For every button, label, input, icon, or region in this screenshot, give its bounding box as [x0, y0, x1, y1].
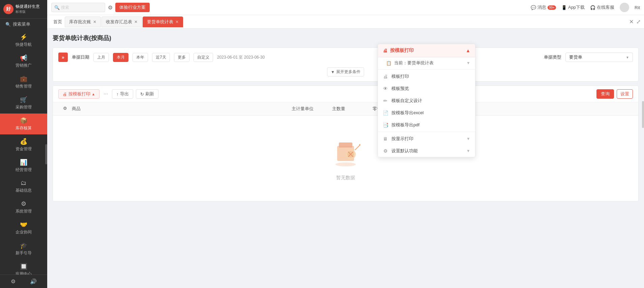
export-icon: ↑: [116, 92, 119, 97]
tabs-bar: 首页 库存批次账 ✕ 收发存汇总表 ✕ 要货单统计表 ✕ ✕ ⤢: [47, 15, 644, 29]
printer-icon: 🖨: [63, 92, 67, 97]
tab-close-inventory-batch[interactable]: ✕: [93, 20, 96, 24]
display-print-arrow: ▼: [466, 136, 470, 141]
template-export-pdf-icon: 📑: [383, 122, 388, 128]
sidebar-scrollbar[interactable]: [45, 144, 47, 164]
appstore-icon: 🔲: [20, 263, 27, 270]
sidebar-item-sales[interactable]: 💼 销售管理: [0, 72, 47, 93]
date-btn-current-month[interactable]: 本月: [113, 53, 128, 62]
search-icon: 🔍: [54, 5, 60, 10]
app-download-btn[interactable]: 📱 App下载: [561, 4, 585, 10]
date-btn-custom[interactable]: 自定义: [194, 53, 213, 62]
filter-toggle-btn[interactable]: »: [58, 53, 68, 62]
page-scrollbar[interactable]: [642, 101, 644, 128]
quick-nav-icon: ⚡: [20, 33, 27, 41]
set-default-icon: ⚙: [383, 148, 388, 154]
search-menu-btn[interactable]: 🔍 搜索菜单: [0, 19, 47, 30]
date-btn-last7days[interactable]: 近7天: [152, 53, 170, 62]
date-btn-more[interactable]: 更多: [174, 53, 189, 62]
current-template-item[interactable]: 📋 当前：要货单统计表 ▼: [378, 57, 475, 69]
set-default-item[interactable]: ⚙ 设置默认功能 ▼: [378, 145, 475, 157]
empty-icon: [329, 136, 362, 169]
print-template-btn[interactable]: 🖨 按模板打印 ▲: [58, 89, 99, 99]
tab-receipt-summary[interactable]: 收发存汇总表 ✕: [101, 17, 142, 27]
dropdown-arrow-icon: ▼: [626, 56, 629, 59]
date-range-display: 2023-06-01 至 2023-06-30: [217, 55, 265, 60]
online-service-btn[interactable]: 🎧 在线客服: [590, 4, 614, 10]
col-settings[interactable]: ⚙: [58, 106, 72, 112]
message-badge: 99+: [548, 5, 556, 10]
empty-state: 暂无数据: [53, 116, 638, 201]
sidebar-item-basic[interactable]: 🗂 基础信息: [0, 176, 47, 197]
sidebar-item-finance[interactable]: 💰 资金管理: [0, 134, 47, 155]
svg-rect-2: [339, 142, 352, 148]
sidebar-item-operation[interactable]: 📊 经营管理: [0, 155, 47, 176]
tab-inventory-batch[interactable]: 库存批次账 ✕: [65, 17, 101, 27]
date-btn-prev-month[interactable]: 上月: [93, 53, 109, 62]
refresh-btn[interactable]: ↻ 刷新: [136, 89, 158, 99]
sidebar-item-inventory[interactable]: 📦 库存核算: [0, 114, 47, 134]
more-actions-icon[interactable]: ···: [102, 91, 109, 97]
dropdown-collapse-icon[interactable]: ▲: [466, 48, 470, 53]
sidebar-item-collab[interactable]: 🤝 企业协同: [0, 218, 47, 238]
basic-icon: 🗂: [21, 180, 27, 187]
audio-bottom-icon[interactable]: 🔊: [30, 278, 37, 285]
close-tab-icon[interactable]: ✕: [629, 19, 634, 25]
expand-tab-icon[interactable]: ⤢: [636, 19, 641, 25]
printer-header-icon: 🖨: [383, 48, 387, 53]
chevron-up-icon: ▲: [92, 92, 95, 96]
sidebar-item-system[interactable]: ⚙ 系统管理: [0, 197, 47, 218]
app-logo: 好 畅捷通好生意 标准版: [0, 0, 47, 19]
settings-icon[interactable]: ⚙: [108, 4, 113, 11]
logo-icon: 好: [3, 4, 13, 14]
sales-icon: 💼: [20, 75, 27, 83]
expand-down-icon: ▼: [331, 70, 335, 74]
expand-more-btn[interactable]: ▼ 展开更多条件: [327, 67, 364, 76]
display-print-item[interactable]: 🖥 按显示打印 ▼: [378, 133, 475, 145]
header-search-box[interactable]: 🔍 搜索: [51, 3, 105, 12]
template-export-pdf-item[interactable]: 📑 按模板导出pdf: [378, 119, 475, 131]
empty-text: 暂无数据: [336, 175, 355, 181]
sidebar-bottom: ⚙ 🔊: [0, 275, 47, 288]
refresh-icon: ↻: [140, 92, 144, 97]
tab-requisition-stats[interactable]: 要货单统计表 ✕: [143, 17, 183, 27]
dropdown-header: 🖨 按模板打印 ▲: [378, 44, 475, 57]
sidebar-item-marketing[interactable]: 📢 营销推广: [0, 51, 47, 72]
inventory-icon: 📦: [20, 117, 27, 124]
service-icon: 🎧: [590, 5, 595, 10]
header: 🔍 搜索 ⚙ 体验行业方案 💬 消息 99+ 📱 App下载 🎧 在线客服 Ri…: [47, 0, 644, 15]
settings-bottom-icon[interactable]: ⚙: [11, 278, 16, 285]
tab-close-receipt-summary[interactable]: ✕: [134, 20, 138, 24]
template-export-excel-item[interactable]: 📄 按模板导出excel: [378, 107, 475, 119]
template-export-excel-icon: 📄: [383, 110, 388, 116]
sidebar-item-guide[interactable]: 🎓 新手引导: [0, 238, 47, 259]
sidebar-item-purchase[interactable]: 🛒 采购管理: [0, 93, 47, 114]
export-btn[interactable]: ↑ 导出: [112, 89, 133, 99]
template-custom-item[interactable]: ✏ 模板自定义设计: [378, 95, 475, 107]
template-preview-icon: 👁: [383, 86, 388, 91]
sidebar: 好 畅捷通好生意 标准版 🔍 搜索菜单 ⚡ 快捷导航 📢 营销推广 💼 销售管理…: [0, 0, 47, 288]
template-preview-item[interactable]: 👁 模板预览: [378, 83, 475, 95]
experience-btn[interactable]: 体验行业方案: [115, 3, 150, 12]
sidebar-item-appstore[interactable]: 🔲 应用中心: [0, 259, 47, 275]
sidebar-item-quick-nav[interactable]: ⚡ 快捷导航: [0, 30, 47, 51]
doc-type-dropdown[interactable]: 要货单 ▼: [565, 53, 633, 62]
finance-icon: 💰: [20, 138, 27, 145]
tab-close-requisition-stats[interactable]: ✕: [175, 20, 179, 24]
date-filter-label: 单据日期: [72, 54, 89, 60]
query-btn[interactable]: 查询: [596, 89, 614, 99]
divider-1: [378, 69, 475, 70]
operation-icon: 📊: [20, 159, 27, 166]
date-btn-current-year[interactable]: 本年: [133, 53, 148, 62]
current-template-icon: 📋: [386, 61, 391, 66]
message-btn[interactable]: 💬 消息 99+: [531, 4, 556, 10]
tab-home[interactable]: 首页: [51, 19, 65, 25]
print-dropdown-menu: 🖨 按模板打印 ▲ 📋 当前：要货单统计表 ▼ 🖨 模板打印 👁 模板预览 ✏ …: [378, 44, 475, 157]
doc-type-filter-label: 单据类型: [544, 54, 561, 60]
template-print-item[interactable]: 🖨 模板打印: [378, 70, 475, 83]
divider-2: [378, 132, 475, 132]
table-settings-btn[interactable]: 设置: [617, 89, 633, 99]
user-avatar[interactable]: [620, 3, 629, 12]
col-quantity: 主数量: [332, 106, 373, 112]
collab-icon: 🤝: [20, 221, 27, 228]
